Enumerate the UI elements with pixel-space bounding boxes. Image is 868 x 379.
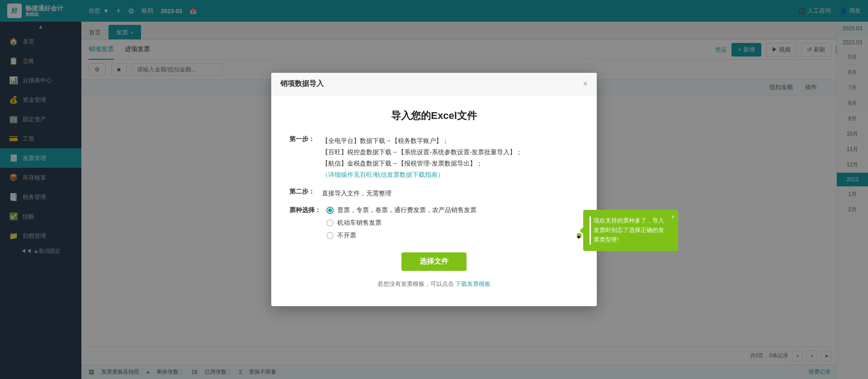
tooltip-accent-bar (590, 216, 591, 244)
radio-label-2: 机动车销售发票 (337, 219, 382, 227)
radio-label-1: 普票，专票，卷票，通行费发票，农产品销售发票 (337, 206, 476, 214)
radio-circle-3 (326, 232, 334, 239)
modal-main-title: 导入您的Excel文件 (289, 109, 579, 123)
step2-content: 直接导入文件，无需整理 (322, 188, 392, 199)
select-file-row: 选择文件 (289, 252, 579, 271)
modal-header: 销项数据导入 × (271, 73, 597, 95)
radio-option-1[interactable]: 普票，专票，卷票，通行费发票，农产品销售发票 (326, 206, 476, 214)
tooltip-dot: ● (577, 233, 581, 238)
download-template-link[interactable]: 下载发票模板 (455, 280, 491, 287)
step1-link[interactable]: （详细操作见百旺/航信发票数据下载指南） (322, 169, 522, 180)
tooltip-text: 现在支持的票种多了，导入发票时别忘了选择正确的发票类型呀! (594, 216, 668, 244)
radio-circle-2 (326, 219, 334, 227)
radio-option-3[interactable]: 不开票 (326, 232, 476, 240)
radio-group: 普票，专票，卷票，通行费发票，农产品销售发票 机动车销售发票 不开票 (325, 206, 476, 240)
step1-row: 第一步： 【全电平台】数据下载→【税务数字账户】； 【百旺】税控盘数据下载→【系… (289, 135, 579, 181)
radio-label-3: 不开票 (337, 232, 356, 240)
ticket-select-row: 票种选择： 普票，专票，卷票，通行费发票，农产品销售发票 机动车销售发票 (289, 206, 579, 240)
modal-overlay[interactable]: 销项数据导入 × 导入您的Excel文件 第一步： 【全电平台】数据下载→【税务… (0, 0, 868, 379)
select-file-btn[interactable]: 选择文件 (401, 252, 467, 271)
radio-option-2[interactable]: 机动车销售发票 (326, 219, 476, 227)
modal-title: 销项数据导入 (280, 79, 324, 89)
step1-label: 第一步： (289, 135, 316, 181)
download-row: 若您没有发票模板，可以点击 下载发票模板 (289, 280, 579, 288)
radio-dot-1 (328, 208, 332, 212)
modal-body: 导入您的Excel文件 第一步： 【全电平台】数据下载→【税务数字账户】； 【百… (271, 95, 597, 307)
step2-row: 第二步： 直接导入文件，无需整理 (289, 188, 579, 199)
step1-line1: 【全电平台】数据下载→【税务数字账户】； (322, 135, 522, 147)
step1-line2: 【百旺】税控盘数据下载→【系统设置-系统参数设置-发票批量导入】； (322, 147, 522, 158)
step1-line3: 【航信】金税盘数据下载→【报税管理-发票数据导出】； (322, 158, 522, 169)
radio-circle-1 (326, 207, 334, 214)
ticket-select-label: 票种选择： (289, 206, 321, 214)
step1-content: 【全电平台】数据下载→【税务数字账户】； 【百旺】税控盘数据下载→【系统设置-系… (322, 135, 522, 181)
tooltip-area: ● × 现在支持的票种多了，导入发票时别忘了选择正确的发票类型呀! (577, 206, 678, 251)
modal-close-btn[interactable]: × (583, 80, 588, 88)
tooltip-arrow (580, 227, 583, 234)
tooltip-content: 现在支持的票种多了，导入发票时别忘了选择正确的发票类型呀! (590, 216, 668, 244)
step2-label: 第二步： (289, 188, 316, 199)
tooltip-bubble: × 现在支持的票种多了，导入发票时别忘了选择正确的发票类型呀! (583, 210, 678, 251)
tooltip-close-btn[interactable]: × (671, 213, 675, 222)
footer-text: 若您没有发票模板，可以点击 (377, 280, 454, 287)
modal: 销项数据导入 × 导入您的Excel文件 第一步： 【全电平台】数据下载→【税务… (271, 73, 597, 307)
